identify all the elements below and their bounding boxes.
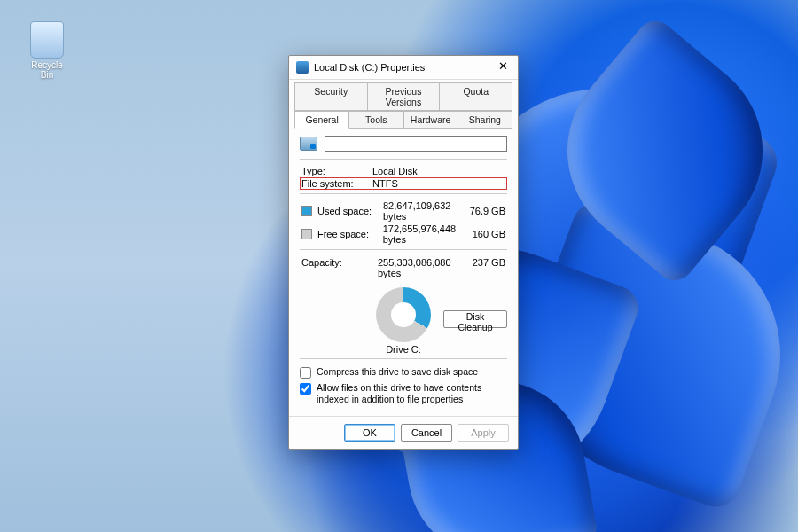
tab-security[interactable]: Security: [294, 82, 368, 111]
used-bytes: 82,647,109,632 bytes: [379, 200, 456, 222]
drive-large-icon: [300, 137, 317, 151]
separator: [300, 193, 507, 194]
index-checkbox-row[interactable]: Allow files on this drive to have conten…: [300, 380, 507, 407]
tab-sharing[interactable]: Sharing: [458, 111, 512, 129]
free-label: Free space:: [317, 229, 374, 239]
filesystem-row: File system: NTFS: [300, 177, 507, 190]
capacity-label: Capacity:: [301, 257, 372, 278]
used-space-row: Used space: 82,647,109,632 bytes 76.9 GB: [300, 200, 507, 223]
free-gb: 160 GB: [461, 229, 505, 239]
used-label: Used space:: [317, 206, 374, 216]
apply-button[interactable]: Apply: [458, 424, 509, 442]
compress-checkbox-row[interactable]: Compress this drive to save disk space: [300, 364, 507, 380]
type-row: Type: Local Disk: [300, 165, 507, 177]
type-label: Type:: [301, 166, 364, 176]
separator: [300, 249, 507, 250]
general-panel: Type: Local Disk File system: NTFS Used …: [289, 129, 518, 416]
capacity-gb: 237 GB: [461, 257, 505, 278]
drive-name-input[interactable]: [325, 136, 507, 152]
ok-button[interactable]: OK: [344, 424, 395, 442]
dialog-footer: OK Cancel Apply: [289, 416, 518, 449]
titlebar[interactable]: Local Disk (C:) Properties ✕: [289, 56, 518, 80]
used-swatch: [301, 206, 312, 216]
tab-tools[interactable]: Tools: [348, 111, 403, 129]
filesystem-value: NTFS: [372, 178, 398, 189]
properties-dialog: Local Disk (C:) Properties ✕ Security Pr…: [288, 55, 519, 450]
free-bytes: 172,655,976,448 bytes: [379, 223, 457, 245]
disk-cleanup-button[interactable]: Disk Cleanup: [443, 310, 507, 328]
separator: [300, 159, 507, 160]
compress-checkbox[interactable]: [300, 367, 311, 379]
filesystem-label: File system:: [301, 178, 364, 189]
index-label: Allow files on this drive to have conten…: [317, 382, 507, 405]
type-value: Local Disk: [372, 166, 418, 176]
index-checkbox[interactable]: [300, 383, 311, 395]
dialog-title: Local Disk (C:) Properties: [314, 62, 493, 73]
recycle-bin-icon[interactable]: Recycle Bin: [25, 21, 69, 80]
trash-icon: [30, 21, 64, 59]
cancel-button[interactable]: Cancel: [401, 424, 452, 442]
separator: [300, 358, 507, 359]
tab-strip: Security Previous Versions Quota General…: [289, 80, 518, 129]
free-space-row: Free space: 172,655,976,448 bytes 160 GB: [300, 223, 507, 246]
usage-pie-chart: [376, 287, 431, 342]
tab-hardware[interactable]: Hardware: [403, 111, 458, 129]
drive-icon: [296, 61, 309, 74]
tab-general[interactable]: General: [294, 111, 349, 129]
used-gb: 76.9 GB: [461, 206, 505, 216]
chart-label: Drive C:: [376, 344, 431, 355]
capacity-row: Capacity: 255,303,086,080 bytes 237 GB: [300, 255, 507, 284]
recycle-bin-label: Recycle Bin: [31, 60, 63, 80]
free-swatch: [301, 229, 312, 239]
tab-previous-versions[interactable]: Previous Versions: [367, 82, 441, 111]
close-button[interactable]: ✕: [493, 59, 512, 75]
capacity-bytes: 255,303,086,080 bytes: [378, 257, 456, 278]
compress-label: Compress this drive to save disk space: [317, 366, 478, 378]
tab-quota[interactable]: Quota: [439, 82, 512, 111]
